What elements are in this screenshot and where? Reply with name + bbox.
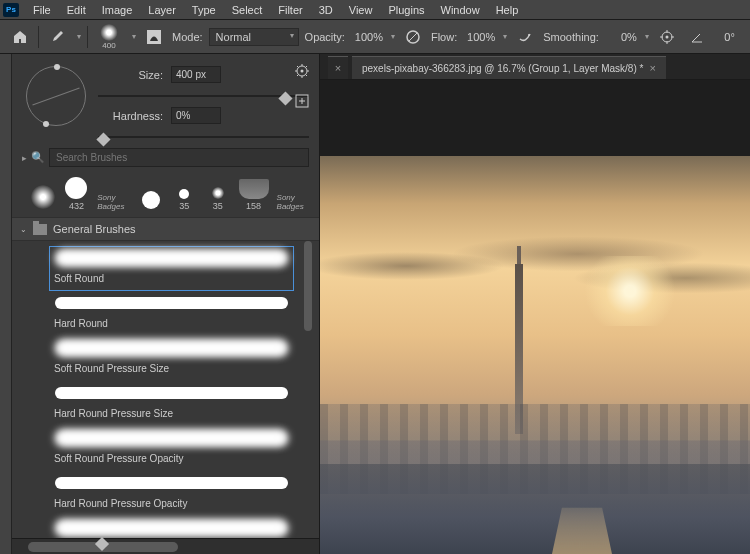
brush-preset[interactable]: Soft Round (50, 247, 293, 290)
brush-name: Soft Round Pressure Size (50, 359, 293, 380)
tab-title: pexels-pixabay-366283.jpg @ 16.7% (Group… (362, 63, 643, 74)
flow-value[interactable]: 100% (463, 31, 495, 43)
brush-preset[interactable]: Hard Round Pressure Size (50, 382, 293, 425)
brush-folder[interactable]: ⌄ General Brushes (12, 217, 319, 241)
menu-3d[interactable]: 3D (312, 2, 340, 18)
document-tab[interactable]: pexels-pixabay-366283.jpg @ 16.7% (Group… (352, 56, 666, 79)
hardness-input[interactable]: 0% (171, 107, 221, 124)
document-tabs: × pexels-pixabay-366283.jpg @ 16.7% (Gro… (320, 54, 750, 80)
menu-bar: Ps File Edit Image Layer Type Select Fil… (0, 0, 750, 20)
recent-brush[interactable]: 432 (64, 177, 90, 211)
brush-name: Soft Round (50, 269, 293, 290)
brush-name: Hard Round Pressure Size (50, 404, 293, 425)
chevron-down-icon[interactable]: ▾ (645, 32, 649, 41)
brush-name: Hard Round (50, 314, 293, 335)
brush-name: Hard Round Pressure Opacity (50, 494, 293, 515)
brush-preview-button[interactable]: 400 (94, 24, 124, 50)
gear-icon[interactable] (295, 64, 309, 80)
menu-layer[interactable]: Layer (141, 2, 183, 18)
angle-value[interactable]: 0° (715, 31, 735, 43)
menu-file[interactable]: File (26, 2, 58, 18)
brush-preset[interactable] (50, 517, 293, 538)
recent-brush[interactable]: 35 (205, 187, 231, 211)
main-area: Size: 400 px Hardness: 0% ▸ 🔍 4 (0, 54, 750, 554)
chevron-down-icon: ⌄ (20, 225, 27, 234)
chevron-down-icon[interactable]: ▾ (503, 32, 507, 41)
menu-help[interactable]: Help (489, 2, 526, 18)
tab-overflow[interactable]: × (328, 56, 348, 79)
menu-image[interactable]: Image (95, 2, 140, 18)
brush-preset[interactable]: Soft Round Pressure Size (50, 337, 293, 380)
canvas-viewport[interactable] (320, 80, 750, 554)
folder-label: General Brushes (53, 223, 136, 235)
size-input[interactable]: 400 px (171, 66, 221, 83)
folder-icon (33, 224, 47, 235)
recent-brush[interactable] (30, 185, 56, 211)
options-bar: ▾ 400 ▾ Mode: Normal ▾ Opacity: 100% ▾ F… (0, 20, 750, 54)
scrollbar[interactable] (303, 241, 313, 538)
size-label: Size: (98, 69, 163, 81)
close-icon[interactable]: × (649, 62, 655, 74)
recent-brush[interactable]: Sony Badges (97, 193, 129, 211)
brush-preset[interactable]: Soft Round Pressure Opacity (50, 427, 293, 470)
smoothing-label: Smoothing: (543, 31, 599, 43)
airbrush-icon[interactable] (513, 25, 537, 49)
pressure-opacity-icon[interactable] (401, 25, 425, 49)
menu-view[interactable]: View (342, 2, 380, 18)
home-icon[interactable] (8, 25, 32, 49)
svg-point-2 (528, 34, 530, 36)
blend-mode-value: Normal (216, 31, 251, 43)
brush-size-readout: 400 (102, 41, 115, 50)
opacity-label: Opacity: (305, 31, 345, 43)
menu-select[interactable]: Select (225, 2, 270, 18)
brush-preset[interactable]: Hard Round Pressure Opacity (50, 472, 293, 515)
menu-plugins[interactable]: Plugins (381, 2, 431, 18)
brush-name: Soft Round Pressure Opacity (50, 449, 293, 470)
recent-brush[interactable]: 35 (171, 189, 197, 211)
brush-list: Soft Round Hard Round Soft Round Pressur… (12, 241, 319, 538)
document-area: × pexels-pixabay-366283.jpg @ 16.7% (Gro… (320, 54, 750, 554)
chevron-right-icon[interactable]: ▸ (22, 153, 27, 163)
document-image (320, 156, 750, 554)
menu-window[interactable]: Window (434, 2, 487, 18)
recent-brush[interactable] (138, 191, 164, 211)
chevron-down-icon[interactable]: ▾ (391, 32, 395, 41)
brush-settings-icon[interactable] (142, 25, 166, 49)
menu-edit[interactable]: Edit (60, 2, 93, 18)
brush-tool-icon[interactable] (45, 25, 69, 49)
chevron-down-icon[interactable]: ▾ (77, 32, 81, 41)
svg-point-4 (665, 35, 668, 38)
horizontal-scrollbar[interactable] (12, 538, 319, 554)
close-icon[interactable]: × (335, 62, 341, 74)
search-icon: 🔍 (31, 151, 45, 164)
opacity-value[interactable]: 100% (351, 31, 383, 43)
tool-strip[interactable] (0, 54, 12, 554)
recent-brushes: 432 Sony Badges 35 35 158 Sony Badges (12, 171, 319, 217)
hardness-label: Hardness: (98, 110, 163, 122)
menu-filter[interactable]: Filter (271, 2, 309, 18)
search-input[interactable] (49, 148, 309, 167)
new-preset-icon[interactable] (295, 94, 309, 110)
blend-mode-select[interactable]: Normal ▾ (209, 28, 299, 46)
angle-icon[interactable] (685, 25, 709, 49)
mode-label: Mode: (172, 31, 203, 43)
recent-brush[interactable]: 158 (239, 179, 269, 211)
chevron-down-icon[interactable]: ▾ (132, 32, 136, 41)
svg-point-6 (301, 70, 304, 73)
recent-brush[interactable]: Sony Badges (277, 193, 309, 211)
brush-angle-widget[interactable] (26, 66, 86, 126)
smoothing-options-icon[interactable] (655, 25, 679, 49)
menu-type[interactable]: Type (185, 2, 223, 18)
flow-label: Flow: (431, 31, 457, 43)
smoothing-value[interactable]: 0% (605, 31, 637, 43)
brush-preset-panel: Size: 400 px Hardness: 0% ▸ 🔍 4 (12, 54, 320, 554)
brush-preset[interactable]: Hard Round (50, 292, 293, 335)
app-logo: Ps (3, 3, 19, 17)
